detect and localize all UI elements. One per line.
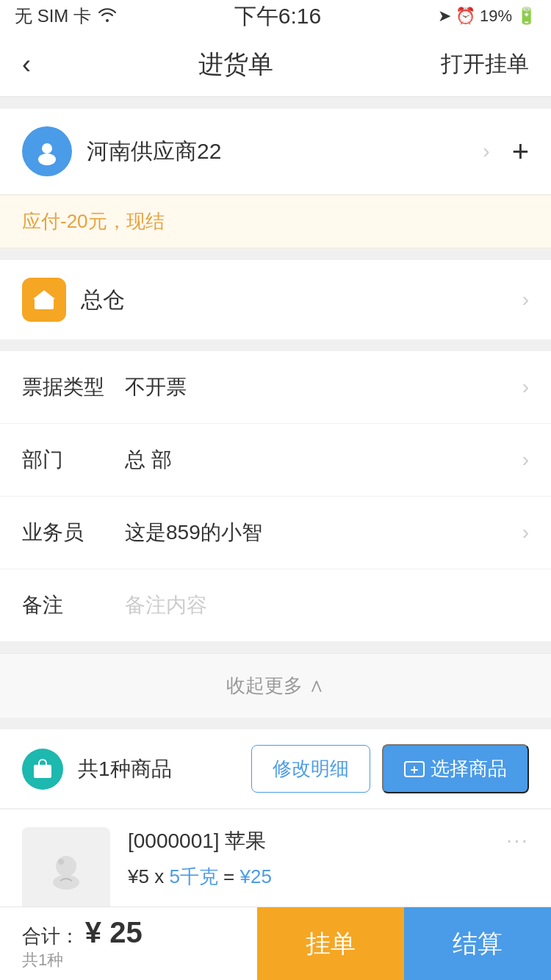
warehouse-row[interactable]: 总仓 ›: [0, 260, 551, 339]
multiply-sign: x: [154, 865, 169, 887]
supplier-section: 河南供应商22 › + 应付-20元，现结: [0, 109, 551, 248]
svg-point-0: [42, 143, 52, 154]
location-icon: ➤: [438, 7, 451, 26]
checkout-button[interactable]: 结算: [404, 907, 551, 981]
total-amount: ¥ 25: [85, 916, 143, 948]
wifi-icon: [97, 6, 118, 26]
edit-detail-button[interactable]: 修改明细: [251, 745, 370, 793]
quantity: 5千克: [169, 865, 217, 887]
collapse-label: 收起更多 ∧: [226, 674, 324, 696]
total-area: 合计： ¥ 25 共1种: [0, 916, 257, 971]
warehouse-section: 总仓 ›: [0, 260, 551, 339]
battery-icon: 🔋: [516, 7, 536, 26]
total-row: 合计： ¥ 25: [22, 916, 235, 949]
svg-rect-4: [34, 765, 51, 778]
dept-label: 部门: [22, 446, 110, 474]
remark-input[interactable]: 备注内容: [110, 591, 529, 619]
checkout-label: 结算: [453, 927, 503, 961]
supplier-row[interactable]: 河南供应商22 › +: [0, 109, 551, 195]
svg-point-8: [53, 875, 79, 890]
product-price: ¥5 x 5千克 = ¥25: [128, 864, 506, 890]
invoice-value: 不开票: [110, 373, 522, 401]
warehouse-icon: [22, 278, 66, 322]
product-title: 苹果: [225, 829, 266, 852]
back-button[interactable]: ‹: [22, 49, 31, 80]
invoice-row[interactable]: 票据类型 不开票 ›: [0, 351, 551, 424]
sales-value: 这是859的小智: [110, 519, 522, 547]
svg-rect-2: [35, 298, 54, 309]
product-count: 共1种商品: [78, 755, 251, 783]
supplier-arrow-icon: ›: [483, 140, 489, 163]
product-info: [0000001] 苹果 ¥5 x 5千克 = ¥25: [128, 827, 506, 890]
hang-label: 挂单: [306, 927, 356, 961]
svg-point-7: [58, 859, 64, 865]
total-label: 合计：: [22, 925, 79, 947]
bottom-bar: 合计： ¥ 25 共1种 挂单 结算: [0, 907, 551, 980]
dept-value: 总 部: [110, 446, 522, 474]
warehouse-arrow-icon: ›: [522, 288, 529, 311]
dept-row[interactable]: 部门 总 部 ›: [0, 424, 551, 497]
total-count: 共1种: [22, 949, 235, 971]
status-time: 下午6:16: [234, 1, 321, 32]
open-pending-button[interactable]: 打开挂单: [441, 49, 529, 79]
balance-notice: 应付-20元，现结: [0, 195, 551, 248]
more-button[interactable]: ···: [506, 827, 529, 852]
status-right: ➤ ⏰ 19% 🔋: [438, 7, 536, 26]
invoice-arrow-icon: ›: [522, 375, 529, 399]
supplier-avatar: [22, 126, 72, 176]
select-product-button[interactable]: 选择商品: [382, 744, 529, 793]
battery-label: 19%: [480, 7, 512, 26]
nav-bar: ‹ 进货单 打开挂单: [0, 32, 551, 97]
hang-button[interactable]: 挂单: [257, 907, 404, 981]
product-icon: [22, 749, 63, 790]
product-code: [0000001]: [128, 829, 220, 852]
alarm-icon: ⏰: [455, 7, 475, 26]
product-header: 共1种商品 修改明细 选择商品: [0, 729, 551, 809]
page-title: 进货单: [198, 48, 273, 82]
remark-label: 备注: [22, 591, 110, 619]
product-section: 共1种商品 修改明细 选择商品: [0, 729, 551, 933]
status-left: 无 SIM 卡: [15, 4, 118, 28]
unit-price: ¥5: [128, 865, 149, 887]
warehouse-name: 总仓: [81, 285, 522, 315]
invoice-label: 票据类型: [22, 373, 110, 401]
carrier-label: 无 SIM 卡: [15, 4, 91, 28]
status-bar: 无 SIM 卡 下午6:16 ➤ ⏰ 19% 🔋: [0, 0, 551, 32]
item-total: ¥25: [240, 865, 272, 887]
add-supplier-button[interactable]: +: [512, 135, 529, 168]
product-thumbnail: [22, 827, 110, 915]
form-section: 票据类型 不开票 › 部门 总 部 › 业务员 这是859的小智 › 备注 备注…: [0, 351, 551, 641]
svg-point-1: [38, 154, 56, 165]
product-name: [0000001] 苹果: [128, 827, 506, 855]
sales-label: 业务员: [22, 519, 110, 547]
sales-row[interactable]: 业务员 这是859的小智 ›: [0, 497, 551, 569]
equals-sign: =: [223, 865, 240, 887]
select-product-label: 选择商品: [431, 756, 507, 782]
svg-point-6: [56, 856, 76, 876]
supplier-name: 河南供应商22: [87, 137, 483, 167]
collapse-row[interactable]: 收起更多 ∧: [0, 653, 551, 718]
sales-arrow-icon: ›: [522, 521, 529, 544]
dept-arrow-icon: ›: [522, 448, 529, 472]
svg-marker-3: [33, 290, 55, 299]
remark-row[interactable]: 备注 备注内容: [0, 569, 551, 641]
